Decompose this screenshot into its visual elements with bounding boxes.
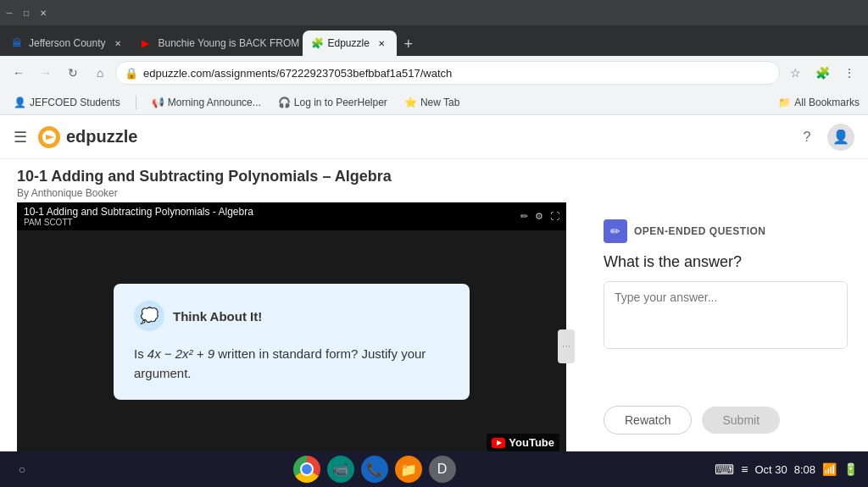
minimize-btn[interactable]: ─ [3,7,15,19]
content-area: 10-1 Adding and Subtracting Polynomials … [0,159,868,451]
new-tab-btn[interactable]: + [397,32,420,56]
think-bubble-icon: 💭 [134,301,164,331]
tab-jefferson[interactable]: 🏛 Jefferson County ✕ [3,30,133,56]
video-bar-author: PAM SCOTT [24,218,253,227]
tab-label: Edpuzzle [328,37,370,49]
help-btn[interactable]: ? [793,124,821,151]
page-container: ☰ edpuzzle ? 👤 10-1 Adding and Subtracti… [0,115,868,451]
date-display: Oct 30 [754,463,787,476]
bookmark-label: Morning Announce... [168,97,261,108]
jefcoed-icon: 👤 [14,97,26,108]
title-bar: ─ □ ✕ [0,0,868,25]
files-icon: 📁 [400,462,417,478]
main-content: 10-1 Adding and Subtracting Polynomials … [0,202,868,451]
menu-btn[interactable]: ⋮ [837,61,861,85]
expand-dots-icon: ⋮ [562,342,570,351]
menu-icon[interactable]: ☰ [14,128,27,147]
video-section: 10-1 Adding and Subtracting Polynomials … [17,202,566,451]
submit-btn[interactable]: Submit [702,407,780,434]
question-math: Is 4x − 2x² + 9 written in standard form… [134,345,449,383]
settings-icon: ⚙ [535,211,543,222]
back-btn[interactable]: ← [7,61,31,85]
extensions-btn[interactable]: 🧩 [810,61,834,85]
window-controls[interactable]: ─ □ ✕ [3,7,49,19]
lock-icon: 🔒 [125,67,138,80]
bookmark-label: JEFCOED Students [30,97,120,108]
nav-icons: ☆ 🧩 ⋮ [783,61,861,85]
header-right: ? 👤 [793,124,854,151]
reload-btn[interactable]: ↻ [61,61,85,85]
bookmark-morning[interactable]: 📢 Morning Announce... [147,95,266,110]
video-controls[interactable]: ✏ ⚙ ⛶ [520,211,559,222]
tab-bunchie[interactable]: ▶ Bunchie Young is BACK FROM ✕ [133,30,303,56]
logo-svg-icon [37,125,61,149]
forward-btn[interactable]: → [34,61,58,85]
close-btn[interactable]: ✕ [37,7,49,19]
tab-close-edpuzzle[interactable]: ✕ [375,36,388,50]
duo-app-icon[interactable]: 📞 [361,456,388,483]
taskbar-right: ⌨ ≡ Oct 30 8:08 📶 🔋 [715,462,858,478]
youtube-play-icon: ▶ [492,438,505,448]
taskbar: ○ 📹 📞 📁 D ⌨ ≡ Oct 30 8:08 📶 🔋 [0,451,868,487]
home-btn[interactable]: ⌂ [88,61,112,85]
question-type-badge: ✏ OPEN-ENDED QUESTION [604,219,848,243]
video-bar-title: 10-1 Adding and Subtracting Polynomials … [24,206,253,218]
panel-actions: Rewatch Submit [604,406,848,434]
video-frame: 10-1 Adding and Subtracting Polynomials … [17,202,566,451]
bookmark-label: Log in to PeerHelper [294,97,387,108]
expand-handle[interactable]: ⋮ [558,329,575,363]
pencil-badge-icon: ✏ [610,224,620,238]
question-type-label: OPEN-ENDED QUESTION [634,225,766,237]
video-top-bar: 10-1 Adding and Subtracting Polynomials … [17,202,566,230]
user-app-icon[interactable]: D [429,456,456,483]
question-card: 💭 Think About It! Is 4x − 2x² + 9 writte… [114,284,470,400]
edpuzzle-logo: edpuzzle [37,125,137,149]
question-card-header: 💭 Think About It! [134,301,449,331]
youtube-text: YouTube [509,436,554,449]
video-title: 10-1 Adding and Subtracting Polynomials … [17,168,851,185]
bookmark-peerhelper[interactable]: 🎧 Log in to PeerHelper [273,95,392,110]
bookmark-jefcoed[interactable]: 👤 JEFCOED Students [8,95,125,110]
open-ended-icon: ✏ [604,219,627,243]
taskbar-menu-icon[interactable]: ≡ [741,462,748,476]
tab-label: Bunchie Young is BACK FROM [159,37,300,49]
tab-close-jefferson[interactable]: ✕ [111,36,125,50]
bookmark-btn[interactable]: ☆ [783,61,807,85]
maximize-btn[interactable]: □ [20,7,32,19]
tab-favicon-bunchie: ▶ [142,37,153,49]
chrome-app-icon[interactable] [293,456,320,483]
bookmark-separator [136,96,136,109]
nav-bar: ← → ↻ ⌂ 🔒 edpuzzle.com/assignments/67222… [0,56,868,90]
answer-input[interactable] [604,281,848,349]
peerhelper-icon: 🎧 [278,97,291,108]
duo-icon: 📞 [366,462,383,478]
question-panel: ✏ OPEN-ENDED QUESTION What is the answer… [583,202,868,451]
user-avatar-btn[interactable]: 👤 [827,124,854,151]
address-text: edpuzzle.com/assignments/672229237053bef… [143,67,771,80]
all-bookmarks-label: All Bookmarks [794,97,860,108]
rewatch-btn[interactable]: Rewatch [604,406,692,434]
system-menu-icon[interactable]: ○ [10,457,34,481]
question-text: What is the answer? [604,253,848,271]
address-bar[interactable]: 🔒 edpuzzle.com/assignments/672229237053b… [115,61,780,85]
tab-label: Jefferson County [29,37,106,49]
battery-icon: 🔋 [843,462,858,476]
all-bookmarks[interactable]: 📁 All Bookmarks [778,97,860,108]
morning-icon: 📢 [152,97,164,108]
wifi-icon: 📶 [822,462,837,476]
bookmark-newtab[interactable]: ⭐ New Tab [399,95,465,110]
tab-favicon-edpuzzle: 🧩 [311,37,323,49]
video-author: By Anthonique Booker [17,187,851,199]
think-text: Think About It! [173,309,262,324]
time-display: 8:08 [794,463,815,476]
files-app-icon[interactable]: 📁 [395,456,422,483]
logo-text: edpuzzle [66,127,137,147]
tab-edpuzzle[interactable]: 🧩 Edpuzzle ✕ [303,30,397,56]
taskbar-left: ○ [10,457,34,481]
video-title-section: 10-1 Adding and Subtracting Polynomials … [0,159,868,202]
video-content-area: 💭 Think About It! Is 4x − 2x² + 9 writte… [17,230,566,451]
bookmark-label: New Tab [420,97,459,108]
bookmarks-bar: 👤 JEFCOED Students 📢 Morning Announce...… [0,90,868,115]
keyboard-icon[interactable]: ⌨ [715,462,734,478]
meet-app-icon[interactable]: 📹 [327,456,354,483]
